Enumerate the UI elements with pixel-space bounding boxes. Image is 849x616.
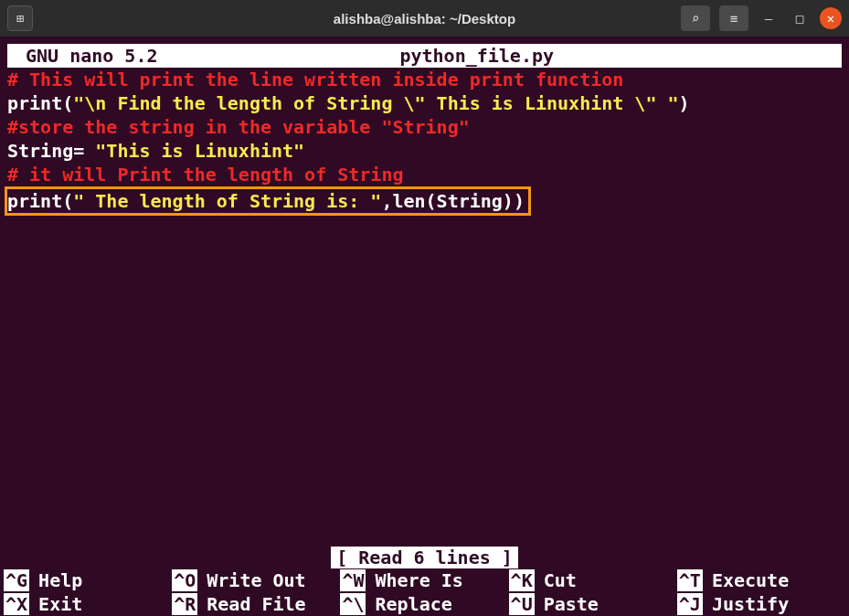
shortcut-execute[interactable]: ^TExecute xyxy=(677,568,845,592)
minimize-icon: – xyxy=(765,11,772,26)
shortcut-justify[interactable]: ^JJustify xyxy=(677,592,845,616)
nano-header: GNU nano 5.2 python_file.py xyxy=(7,44,842,68)
close-button[interactable]: ✕ xyxy=(820,7,842,29)
maximize-button[interactable]: □ xyxy=(789,7,811,29)
window-title: alishba@alishba: ~/Desktop xyxy=(334,11,515,27)
code-line: String= "This is Linuxhint" xyxy=(7,139,842,163)
new-tab-button[interactable]: ⊞ xyxy=(7,5,33,31)
shortcut-help[interactable]: ^GHelp xyxy=(4,568,172,592)
editor-area[interactable]: # This will print the line written insid… xyxy=(0,68,849,216)
nano-status-text: [ Read 6 lines ] xyxy=(331,547,518,568)
code-line: # it will Print the length of String xyxy=(7,163,842,186)
titlebar-right: ⌕ ≡ – □ ✕ xyxy=(681,5,842,31)
search-button[interactable]: ⌕ xyxy=(681,5,710,31)
shortcut-replace[interactable]: ^\Replace xyxy=(340,592,508,616)
shortcut-read-file[interactable]: ^RRead File xyxy=(172,592,340,616)
minimize-button[interactable]: – xyxy=(758,7,780,29)
highlight-box: print(" The length of String is: ",len(S… xyxy=(5,186,531,216)
code-line: # This will print the line written insid… xyxy=(7,68,842,91)
shortcut-exit[interactable]: ^XExit xyxy=(4,592,172,616)
code-line: print("\n Find the length of String \" T… xyxy=(7,91,842,115)
nano-footer: ^GHelp ^OWrite Out ^WWhere Is ^KCut ^TEx… xyxy=(0,568,849,616)
maximize-icon: □ xyxy=(796,11,803,26)
code-line: #store the string in the variable "Strin… xyxy=(7,115,842,139)
new-tab-icon: ⊞ xyxy=(16,11,24,26)
nano-status-line: [ Read 6 lines ] xyxy=(0,547,849,568)
titlebar-left: ⊞ xyxy=(7,5,33,31)
shortcut-cut[interactable]: ^KCut xyxy=(509,568,677,592)
menu-button[interactable]: ≡ xyxy=(719,5,748,31)
code-line-highlighted: print(" The length of String is: ",len(S… xyxy=(7,186,842,216)
search-icon: ⌕ xyxy=(692,11,699,26)
shortcut-write-out[interactable]: ^OWrite Out xyxy=(172,568,340,592)
shortcut-paste[interactable]: ^UPaste xyxy=(509,592,677,616)
close-icon: ✕ xyxy=(827,11,834,26)
shortcut-where-is[interactable]: ^WWhere Is xyxy=(340,568,508,592)
nano-filename: python_file.py xyxy=(112,44,843,68)
menu-icon: ≡ xyxy=(730,11,738,26)
window-titlebar: ⊞ alishba@alishba: ~/Desktop ⌕ ≡ – □ ✕ xyxy=(0,0,849,37)
